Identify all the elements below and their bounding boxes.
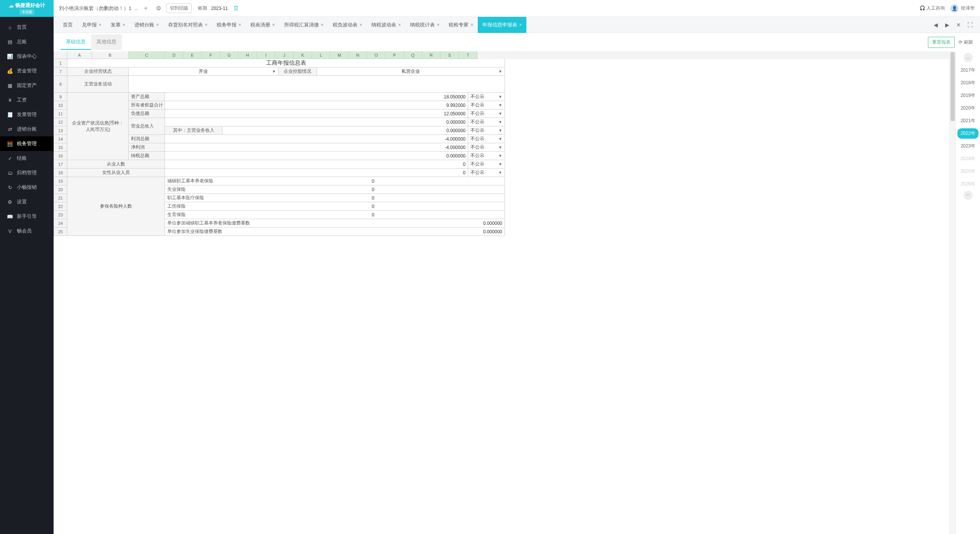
close-icon[interactable]: × bbox=[359, 22, 362, 28]
row-header-20[interactable]: 20 bbox=[54, 185, 67, 194]
row-header-24[interactable]: 24 bbox=[54, 219, 67, 228]
row-header-22[interactable]: 22 bbox=[54, 202, 67, 211]
nav-item-report[interactable]: 📊报表中心 bbox=[0, 49, 54, 64]
year-down-button[interactable]: ﹀ bbox=[964, 191, 973, 200]
row-header-21[interactable]: 21 bbox=[54, 194, 67, 202]
vertical-scrollbar[interactable] bbox=[949, 51, 956, 534]
col-header-I[interactable]: I bbox=[257, 51, 275, 59]
cell-input[interactable]: 0 bbox=[242, 194, 505, 202]
col-header-F[interactable]: F bbox=[202, 51, 220, 59]
cell-input[interactable]: 0 bbox=[242, 202, 505, 211]
nav-item-ledger[interactable]: ▤总账 bbox=[0, 34, 54, 49]
subtab-other[interactable]: 其他信息 bbox=[91, 34, 122, 50]
col-header-M[interactable]: M bbox=[330, 51, 349, 59]
cell-input[interactable]: 0 bbox=[242, 185, 505, 194]
year-2022年[interactable]: 2022年 bbox=[957, 128, 978, 139]
cell-dropdown[interactable]: 不公示▼ bbox=[468, 160, 505, 169]
col-header-P[interactable]: P bbox=[385, 51, 404, 59]
tab-11[interactable]: 税检专家× bbox=[444, 17, 478, 33]
row-header-18[interactable]: 18 bbox=[54, 169, 67, 177]
tab-12[interactable]: 年报信息申报表× bbox=[478, 17, 526, 33]
nav-item-guide[interactable]: 📖新手引导 bbox=[0, 209, 54, 224]
close-icon[interactable]: × bbox=[519, 22, 522, 28]
year-2020年[interactable]: 2020年 bbox=[957, 103, 978, 113]
cell-input[interactable]: 0 bbox=[165, 160, 468, 169]
cell-input[interactable]: -4.000000 bbox=[165, 135, 468, 143]
nav-item-close[interactable]: ✓结账 bbox=[0, 151, 54, 165]
nav-item-salary[interactable]: ¥工资 bbox=[0, 93, 54, 107]
close-icon[interactable]: × bbox=[122, 22, 125, 28]
col-header-Q[interactable]: Q bbox=[404, 51, 422, 59]
tab-4[interactable]: 存货别名对照表× bbox=[163, 17, 212, 33]
close-icon[interactable]: × bbox=[437, 22, 439, 28]
cell-dropdown[interactable]: 不公示▼ bbox=[468, 101, 505, 110]
reset-report-button[interactable]: 重置报表 bbox=[928, 37, 955, 48]
year-2017年[interactable]: 2017年 bbox=[957, 65, 978, 75]
tab-close-all-button[interactable]: ✕ bbox=[953, 20, 964, 30]
nav-item-home[interactable]: ⌂首页 bbox=[0, 20, 54, 34]
col-header-L[interactable]: L bbox=[312, 51, 330, 59]
cell-input[interactable]: 0.000000 bbox=[222, 126, 468, 135]
year-2023年[interactable]: 2023年 bbox=[957, 141, 978, 151]
cell-dropdown[interactable]: 不公示▼ bbox=[468, 152, 505, 160]
year-2018年[interactable]: 2018年 bbox=[957, 78, 978, 88]
cell-dropdown[interactable]: 不公示▼ bbox=[468, 126, 505, 135]
col-header-A[interactable]: A bbox=[67, 51, 92, 59]
col-header-S[interactable]: S bbox=[441, 51, 459, 59]
close-icon[interactable]: × bbox=[156, 22, 159, 28]
row-header-19[interactable]: 19 bbox=[54, 177, 67, 185]
row-header-8[interactable]: 8 bbox=[54, 76, 67, 93]
col-header-E[interactable]: E bbox=[183, 51, 202, 59]
row-header-10[interactable]: 10 bbox=[54, 101, 67, 110]
close-icon[interactable]: × bbox=[205, 22, 207, 28]
cell-dropdown[interactable]: 不公示▼ bbox=[468, 110, 505, 118]
row-header-7[interactable]: 7 bbox=[54, 67, 67, 76]
row-header-15[interactable]: 15 bbox=[54, 143, 67, 152]
close-icon[interactable]: × bbox=[470, 22, 473, 28]
cell-input[interactable] bbox=[129, 76, 505, 93]
nav-item-asset[interactable]: ▦固定资产 bbox=[0, 78, 54, 93]
nav-item-fund[interactable]: 💰资金管理 bbox=[0, 64, 54, 78]
row-header-14[interactable]: 14 bbox=[54, 135, 67, 143]
nav-item-tax[interactable]: 🧮税务管理 bbox=[0, 136, 54, 151]
nav-item-invoice[interactable]: 🧾发票管理 bbox=[0, 107, 54, 122]
nav-item-stock[interactable]: ⇄进销台账 bbox=[0, 122, 54, 136]
col-header-T[interactable]: T bbox=[459, 51, 477, 59]
calendar-icon[interactable]: 🗓 bbox=[232, 5, 241, 12]
col-header-R[interactable]: R bbox=[422, 51, 441, 59]
col-header-J[interactable]: J bbox=[275, 51, 294, 59]
cell-input[interactable]: 0.000000 bbox=[280, 219, 505, 228]
cell-input[interactable]: 18.050000 bbox=[165, 93, 468, 101]
tab-0[interactable]: 首页 bbox=[58, 17, 77, 33]
tab-6[interactable]: 税表清册× bbox=[246, 17, 279, 33]
col-header-B[interactable]: B bbox=[92, 51, 129, 59]
tab-2[interactable]: 发票× bbox=[106, 17, 130, 33]
tab-7[interactable]: 所得税汇算清缴× bbox=[279, 17, 328, 33]
refresh-button[interactable]: ⟳ 刷新 bbox=[959, 39, 973, 46]
headset-icon[interactable]: 🎧 人工咨询 bbox=[920, 5, 945, 11]
nav-item-vip[interactable]: V畅会员 bbox=[0, 224, 54, 238]
cell-dropdown[interactable]: 不公示▼ bbox=[468, 143, 505, 152]
tab-1[interactable]: 兑申报× bbox=[77, 17, 106, 33]
row-header-16[interactable]: 16 bbox=[54, 152, 67, 160]
cell-dropdown[interactable]: 不公示▼ bbox=[468, 135, 505, 143]
period-value[interactable]: 2023-11 bbox=[211, 6, 228, 11]
close-icon[interactable]: × bbox=[321, 22, 323, 28]
cell-input[interactable]: 0 bbox=[165, 169, 468, 177]
add-icon[interactable]: ＋ bbox=[141, 4, 150, 12]
col-header-O[interactable]: O bbox=[367, 51, 385, 59]
col-header-G[interactable]: G bbox=[220, 51, 238, 59]
gear-icon[interactable]: ⚙ bbox=[154, 5, 163, 12]
user-menu[interactable]: 👤 徐泽华 bbox=[950, 4, 975, 13]
tab-10[interactable]: 纳税统计表× bbox=[405, 17, 444, 33]
cell-input[interactable]: 0 bbox=[242, 211, 505, 219]
spreadsheet[interactable]: ABCDEFGHIJKLMNOPQRST1工商年报信息表7企业经营状态开业▼企业… bbox=[54, 51, 949, 534]
cell-dropdown[interactable]: 不公示▼ bbox=[468, 169, 505, 177]
cell-dropdown[interactable]: 不公示▼ bbox=[468, 118, 505, 126]
nav-item-archive[interactable]: 🗂归档管理 bbox=[0, 165, 54, 180]
row-header-25[interactable]: 25 bbox=[54, 228, 67, 236]
col-header-N[interactable]: N bbox=[349, 51, 367, 59]
cell-input[interactable]: 9.992000 bbox=[165, 101, 468, 110]
close-icon[interactable]: × bbox=[272, 22, 275, 28]
row-header-1[interactable]: 1 bbox=[54, 59, 67, 67]
